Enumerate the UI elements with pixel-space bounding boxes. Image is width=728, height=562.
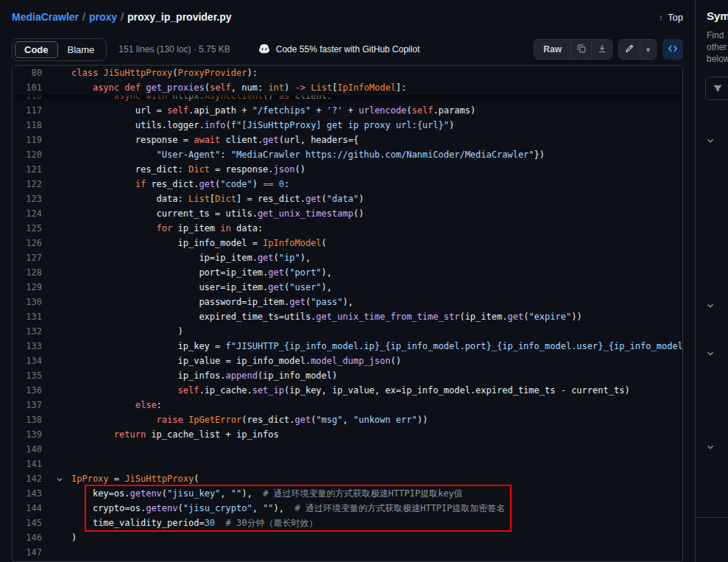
- line-number[interactable]: 147: [13, 545, 48, 560]
- code-line: 142IpProxy = JiSuHttpProxy(: [13, 471, 682, 486]
- symbols-panel-description: Find other below: [696, 22, 728, 65]
- code-line: 128 port=ip_item.get("port"),: [13, 265, 682, 280]
- copy-raw-button[interactable]: [570, 40, 591, 59]
- line-number[interactable]: 135: [13, 368, 48, 383]
- code-line: 123 data: List[Dict] = res_dict.get("dat…: [13, 192, 682, 206]
- code-text: IpProxy = JiSuHttpProxy(: [48, 471, 199, 486]
- tab-blame[interactable]: Blame: [58, 41, 105, 58]
- symbols-panel: Symbols Find other below: [695, 0, 728, 562]
- code-text: ip_key = f"JISUHTTP_{ip_info_model.ip}_{…: [48, 339, 683, 354]
- code-line: 133 ip_key = f"JISUHTTP_{ip_info_model.i…: [13, 339, 682, 354]
- code-text: if res_dict.get("code") == 0:: [48, 177, 289, 192]
- code-view: 116 async with httpx.AsyncClient() as cl…: [12, 65, 683, 562]
- symbol-group-chevron-icon[interactable]: [705, 136, 715, 149]
- code-symbols-icon: [667, 43, 679, 57]
- sticky-scope-lines: 80class JiSuHttpProxy(ProxyProvider):101…: [13, 66, 682, 95]
- download-raw-button[interactable]: [591, 40, 612, 59]
- raw-button[interactable]: Raw: [534, 40, 570, 59]
- line-number[interactable]: 138: [13, 412, 48, 427]
- code-text: ip_value = ip_info_model.model_dump_json…: [48, 354, 401, 368]
- back-to-top-button[interactable]: ↑ Top: [659, 12, 683, 23]
- line-number[interactable]: 144: [13, 501, 48, 516]
- line-number[interactable]: 134: [13, 354, 48, 368]
- pencil-icon: [624, 43, 635, 56]
- copilot-banner[interactable]: Code 55% faster with GitHub Copilot: [258, 43, 420, 57]
- breadcrumb-separator: /: [121, 11, 124, 23]
- raw-actions-group: Raw: [534, 39, 612, 60]
- code-text: key=os.getenv("jisu_key", ""), # 通过环境变量的…: [48, 486, 463, 501]
- code-text: ): [48, 530, 77, 545]
- line-number[interactable]: 143: [13, 486, 48, 501]
- code-line: 126 ip_info_model = IpInfoModel(: [13, 236, 682, 250]
- code-text: expired_time_ts=utils.get_unix_time_from…: [48, 309, 582, 324]
- code-line: 144 crypto=os.getenv("jisu_crypto", ""),…: [13, 501, 682, 516]
- line-number[interactable]: 125: [13, 221, 48, 236]
- line-number[interactable]: 130: [13, 295, 48, 309]
- line-number[interactable]: 120: [13, 147, 48, 162]
- code-line: 101 async def get_proxies(self, num: int…: [13, 80, 682, 95]
- code-line: 121 res_dict: Dict = response.json(): [13, 162, 682, 177]
- symbol-group-chevron-icon[interactable]: [705, 348, 715, 362]
- code-line: 147: [13, 545, 682, 560]
- line-number[interactable]: 122: [13, 177, 48, 192]
- code-text: port=ip_item.get("port"),: [48, 265, 332, 280]
- code-text: else:: [48, 398, 162, 412]
- line-number[interactable]: 129: [13, 280, 48, 295]
- line-number[interactable]: 118: [13, 118, 48, 133]
- line-number[interactable]: 124: [13, 206, 48, 221]
- file-header: MediaCrawler / proxy / proxy_ip_provider…: [0, 0, 695, 34]
- line-number[interactable]: 80: [13, 66, 48, 80]
- line-number[interactable]: 121: [13, 162, 48, 177]
- code-lines: 116 async with httpx.AsyncClient() as cl…: [13, 66, 682, 560]
- line-number[interactable]: 132: [13, 324, 48, 339]
- edit-pencil-button[interactable]: [619, 40, 640, 59]
- code-text: current_ts = utils.get_unix_timestamp(): [48, 206, 364, 221]
- code-text: response = await client.get(url, headers…: [48, 133, 358, 147]
- code-text: raise IpGetError(res_dict.get("msg", "un…: [48, 412, 428, 427]
- code-line: 145 time_validity_period=30 # 30分钟（最长时效）: [13, 516, 682, 530]
- line-number[interactable]: 145: [13, 516, 48, 530]
- line-number[interactable]: 127: [13, 250, 48, 265]
- code-text: data: List[Dict] = res_dict.get("data"): [48, 192, 364, 206]
- symbol-group-chevron-icon[interactable]: [705, 301, 715, 314]
- line-number[interactable]: 131: [13, 309, 48, 324]
- line-number[interactable]: 141: [13, 457, 48, 471]
- code-line: 127 ip=ip_item.get("ip"),: [13, 250, 682, 265]
- tab-code[interactable]: Code: [15, 41, 58, 58]
- code-line: 137 else:: [13, 398, 682, 412]
- line-number[interactable]: 142: [13, 471, 48, 486]
- edit-dropdown-button[interactable]: ▾: [640, 40, 656, 59]
- code-line: 143 key=os.getenv("jisu_key", ""), # 通过环…: [13, 486, 682, 501]
- line-number[interactable]: 119: [13, 133, 48, 147]
- symbols-filter-input[interactable]: [705, 77, 728, 100]
- line-number[interactable]: 128: [13, 265, 48, 280]
- line-number[interactable]: 136: [13, 383, 48, 398]
- symbol-group-chevron-icon[interactable]: [705, 442, 715, 455]
- line-number[interactable]: 133: [13, 339, 48, 354]
- code-line: 130 password=ip_item.get("pass"),: [13, 295, 682, 309]
- edit-group: ▾: [618, 39, 657, 60]
- line-number[interactable]: 140: [13, 442, 48, 457]
- symbols-panel-title: Symbols: [696, 0, 728, 22]
- back-to-top-label: Top: [668, 12, 683, 23]
- line-number[interactable]: 137: [13, 398, 48, 412]
- code-line: 136 self.ip_cache.set_ip(ip_key, ip_valu…: [13, 383, 682, 398]
- code-text: [48, 545, 71, 560]
- symbols-panel-toggle-button[interactable]: [662, 39, 683, 60]
- code-line: 141: [13, 457, 682, 471]
- breadcrumb-folder-link[interactable]: proxy: [89, 11, 117, 23]
- breadcrumb-repo-link[interactable]: MediaCrawler: [12, 11, 79, 23]
- line-number[interactable]: 123: [13, 192, 48, 206]
- arrow-up-icon: ↑: [659, 12, 664, 23]
- code-line: 135 ip_infos.append(ip_info_model): [13, 368, 682, 383]
- code-line: 134 ip_value = ip_info_model.model_dump_…: [13, 354, 682, 368]
- line-number[interactable]: 126: [13, 236, 48, 250]
- file-toolbar: Code Blame 151 lines (130 loc) · 5.75 KB…: [0, 34, 695, 65]
- code-text: ip_infos.append(ip_info_model): [48, 368, 337, 383]
- line-number[interactable]: 101: [13, 80, 48, 95]
- code-line: 132 ): [13, 324, 682, 339]
- code-line: 124 current_ts = utils.get_unix_timestam…: [13, 206, 682, 221]
- line-number[interactable]: 146: [13, 530, 48, 545]
- line-number[interactable]: 117: [13, 103, 48, 118]
- line-number[interactable]: 139: [13, 427, 48, 442]
